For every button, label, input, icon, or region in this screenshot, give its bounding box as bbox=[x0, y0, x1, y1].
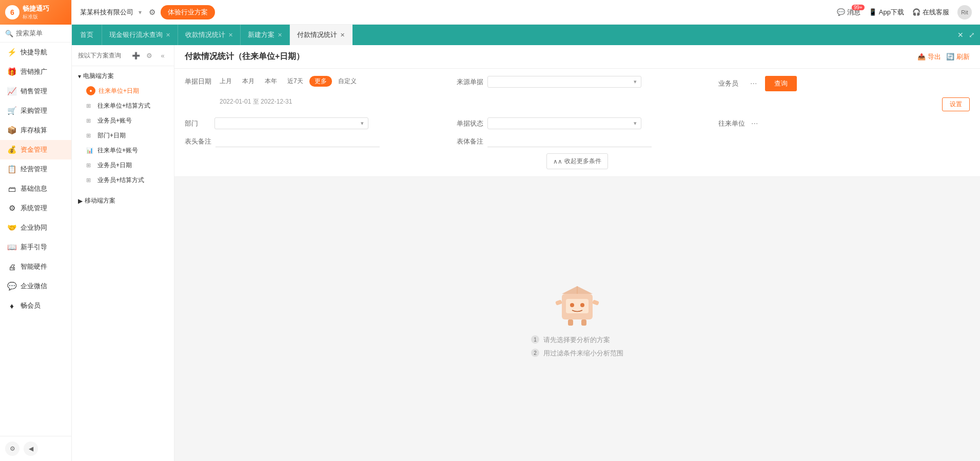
sidebar-item-label: 企业协同 bbox=[21, 223, 47, 232]
sidebar-search[interactable]: 🔍 搜索菜单 bbox=[0, 25, 71, 43]
topbar-gear-icon[interactable]: ⚙ bbox=[149, 8, 155, 17]
sidebar-collapse-btn[interactable]: ◀ bbox=[24, 442, 38, 456]
body-note-input[interactable] bbox=[487, 135, 652, 147]
sidebar-item-quick-nav[interactable]: ⚡ 快捷导航 bbox=[0, 43, 71, 62]
collapse-btn[interactable]: ∧∧ 收起更多条件 bbox=[546, 153, 608, 169]
query-btn[interactable]: 查询 bbox=[765, 76, 797, 91]
sidebar-item-enterprise[interactable]: 🤝 企业协同 bbox=[0, 218, 71, 237]
topbar: 某某科技有限公司 ▾ ⚙ 体验行业方案 💬 消息 99+ 📱 App下载 🎧 在… bbox=[72, 0, 980, 25]
sidebar-settings-btn[interactable]: ⚙ bbox=[5, 442, 19, 456]
scheme-settings-icon[interactable]: ⚙ bbox=[144, 50, 154, 61]
scheme-item-dept-date[interactable]: ⊞ 部门+日期 bbox=[72, 128, 174, 143]
service-btn[interactable]: 🎧 在线客服 bbox=[912, 8, 949, 17]
tab-payments-label: 付款情况统计 bbox=[297, 30, 337, 39]
desktop-scheme-title[interactable]: ▾ 电脑端方案 bbox=[72, 69, 174, 83]
tab-home-label: 首页 bbox=[80, 30, 93, 39]
sidebar-item-operations[interactable]: 📋 经营管理 bbox=[0, 159, 71, 179]
sidebar-item-label: 营销推广 bbox=[21, 67, 47, 76]
sidebar-item-guide[interactable]: 📖 新手引导 bbox=[0, 237, 71, 257]
date-custom-btn[interactable]: 自定义 bbox=[334, 76, 361, 87]
sidebar-item-purchase[interactable]: 🛒 采购管理 bbox=[0, 101, 71, 121]
scheme-collapse-icon[interactable]: « bbox=[158, 50, 168, 61]
sidebar-item-sales[interactable]: 📈 销售管理 bbox=[0, 82, 71, 101]
scheme-item-partner-date[interactable]: ● 往来单位+日期 bbox=[72, 83, 174, 98]
header-note-label: 表头备注 bbox=[185, 137, 211, 146]
sidebar-item-hardware[interactable]: 🖨 智能硬件 bbox=[0, 257, 71, 276]
date-more-btn[interactable]: 更多 bbox=[309, 76, 332, 87]
tab-new-scheme[interactable]: 新建方案 ✕ bbox=[241, 25, 290, 45]
sidebar-item-marketing[interactable]: 🎁 营销推广 bbox=[0, 62, 71, 82]
message-icon: 💬 bbox=[837, 8, 845, 16]
scheme-item-label: 往来单位+结算方式 bbox=[97, 102, 150, 110]
voucher-status-chevron-icon: ▾ bbox=[634, 120, 637, 127]
date-this-year-btn[interactable]: 本年 bbox=[261, 76, 281, 87]
avatar[interactable]: Rit bbox=[957, 5, 972, 19]
guide-icon: 📖 bbox=[7, 243, 16, 252]
tab-bank-flow[interactable]: 现金银行流水查询 ✕ bbox=[102, 25, 178, 45]
message-btn[interactable]: 💬 消息 99+ bbox=[837, 8, 860, 17]
source-select[interactable]: ▾ bbox=[487, 76, 641, 88]
sidebar-item-wechat[interactable]: 💬 企业微信 bbox=[0, 276, 71, 296]
export-btn[interactable]: 📤 导出 bbox=[917, 52, 941, 62]
scheme-item-label: 业务员+结算方式 bbox=[97, 176, 144, 185]
mobile-scheme-title[interactable]: ▶ 移动端方案 bbox=[72, 194, 174, 208]
app-label: App下载 bbox=[879, 8, 904, 17]
page-actions: 📤 导出 🔄 刷新 bbox=[917, 52, 970, 62]
logo-text: 畅捷通巧 bbox=[23, 4, 49, 13]
hint-2-text: 用过滤条件来缩小分析范围 bbox=[543, 349, 623, 358]
close-all-tabs-icon[interactable]: ✕ bbox=[957, 31, 964, 39]
company-chevron-icon[interactable]: ▾ bbox=[139, 9, 142, 16]
scheme-item-label: 业务员+账号 bbox=[97, 116, 132, 125]
tab-receivables[interactable]: 收款情况统计 ✕ bbox=[178, 25, 241, 45]
date-last-month-btn[interactable]: 上月 bbox=[215, 76, 236, 87]
fullscreen-icon[interactable]: ⤢ bbox=[969, 31, 975, 39]
system-icon: ⚙ bbox=[7, 204, 16, 213]
date-this-month-btn[interactable]: 本月 bbox=[238, 76, 259, 87]
app-download-btn[interactable]: 📱 App下载 bbox=[869, 8, 904, 17]
sidebar-item-basic-info[interactable]: 🗃 基础信息 bbox=[0, 179, 71, 198]
tab-bank-flow-close-icon[interactable]: ✕ bbox=[166, 32, 170, 38]
settings-btn[interactable]: 设置 bbox=[942, 97, 970, 111]
svg-rect-7 bbox=[581, 319, 586, 326]
scheme-grid-icon: ⊞ bbox=[86, 117, 94, 124]
sidebar-header: 6 畅捷通巧 标准版 bbox=[0, 0, 71, 25]
tab-receivables-close-icon[interactable]: ✕ bbox=[228, 32, 233, 38]
sidebar-item-label: 采购管理 bbox=[21, 106, 47, 115]
scheme-panel-actions: ➕ ⚙ « bbox=[131, 50, 168, 61]
sidebar-item-inventory[interactable]: 📦 库存核算 bbox=[0, 121, 71, 140]
partner-dots-icon[interactable]: ··· bbox=[749, 119, 760, 128]
header-note-input[interactable] bbox=[215, 135, 380, 147]
hint-1-num: 1 bbox=[531, 335, 539, 344]
service-icon: 🎧 bbox=[912, 8, 920, 16]
sidebar-item-finance[interactable]: 💰 资金管理 bbox=[0, 140, 71, 159]
salesperson-dots-icon[interactable]: ··· bbox=[748, 79, 759, 88]
trial-btn[interactable]: 体验行业方案 bbox=[161, 5, 215, 19]
active-scheme-dot: ● bbox=[86, 86, 95, 95]
tab-home[interactable]: 首页 bbox=[72, 25, 102, 45]
dept-select[interactable]: ▾ bbox=[214, 117, 368, 129]
voucher-status-select[interactable]: ▾ bbox=[487, 117, 641, 129]
vip-icon: ♦ bbox=[7, 302, 16, 310]
tabbar: 首页 现金银行流水查询 ✕ 收款情况统计 ✕ 新建方案 ✕ 付款情况统计 ✕ ✕… bbox=[72, 25, 980, 45]
scheme-item-salesperson-account[interactable]: ⊞ 业务员+账号 bbox=[72, 113, 174, 128]
right-panel: 付款情况统计（往来单位+日期） 📤 导出 🔄 刷新 bbox=[174, 45, 980, 461]
sidebar-item-vip[interactable]: ♦ 畅会员 bbox=[0, 296, 71, 315]
tab-payments-close-icon[interactable]: ✕ bbox=[340, 32, 345, 38]
empty-hint-1: 1 请先选择要分析的方案 bbox=[531, 335, 623, 345]
desktop-scheme-section: ▾ 电脑端方案 ● 往来单位+日期 ⊞ 往来单位+结算方式 ⊞ 业务员+账号 ⊞ bbox=[72, 66, 174, 191]
scheme-item-salesperson-settlement[interactable]: ⊞ 业务员+结算方式 bbox=[72, 173, 174, 188]
scheme-item-partner-settlement[interactable]: ⊞ 往来单位+结算方式 bbox=[72, 98, 174, 113]
dept-label: 部门 bbox=[185, 119, 210, 128]
scheme-grid-icon: ⊞ bbox=[86, 177, 94, 184]
scheme-item-partner-account[interactable]: 📊 往来单位+账号 bbox=[72, 143, 174, 158]
tab-payments[interactable]: 付款情况统计 ✕ bbox=[290, 25, 352, 45]
sidebar-item-label: 新手引导 bbox=[21, 243, 47, 252]
sidebar-item-system[interactable]: ⚙ 系统管理 bbox=[0, 198, 71, 218]
scheme-item-salesperson-date[interactable]: ⊞ 业务员+日期 bbox=[72, 158, 174, 173]
tab-new-scheme-close-icon[interactable]: ✕ bbox=[278, 32, 282, 38]
enterprise-icon: 🤝 bbox=[7, 223, 16, 232]
add-scheme-icon[interactable]: ➕ bbox=[131, 50, 141, 61]
date-7days-btn[interactable]: 近7天 bbox=[283, 76, 307, 87]
date-buttons: 上月 本月 本年 近7天 更多 自定义 bbox=[215, 76, 361, 87]
refresh-btn[interactable]: 🔄 刷新 bbox=[946, 52, 970, 62]
